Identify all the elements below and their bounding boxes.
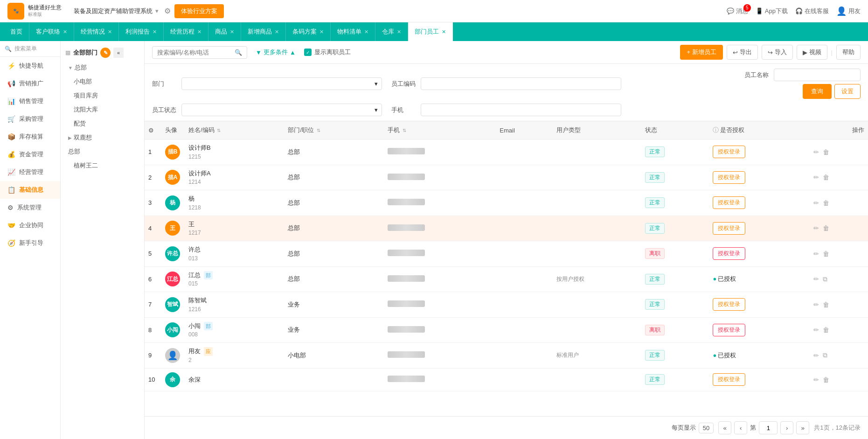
sidebar-item-guide[interactable]: 🧭新手引导 <box>0 234 60 252</box>
add-employee-btn[interactable]: + 新增员工 <box>680 45 722 60</box>
dept-item-shuanglu[interactable]: ▶双鹿想 <box>61 131 144 145</box>
th-name[interactable]: 姓名/编码 ⇅ <box>185 121 284 139</box>
show-resigned-toggle[interactable]: ✓ 显示离职员工 <box>304 48 351 56</box>
name-filter-input[interactable] <box>774 69 861 81</box>
main-layout: 🔍 搜索菜单 ⚡快捷导航 📢营销推广 📊销售管理 🛒采购管理 📦库存核算 💰资金… <box>0 41 868 439</box>
search-input[interactable] <box>157 49 232 56</box>
video-btn[interactable]: ▶ 视频 <box>797 45 827 60</box>
content-area: ⊞ 全部部门 ✎ « ▼总部 小电部 项目库房 沈阳大库 配货 ▶双鹿想 总部 … <box>61 41 868 439</box>
tab-barcode[interactable]: 条码方案 ✕ <box>286 22 331 41</box>
help-btn[interactable]: 帮助 <box>836 45 861 60</box>
authorize-btn[interactable]: 授权登录 <box>713 247 745 260</box>
edit-icon[interactable]: ✏ <box>813 352 819 359</box>
authorize-btn[interactable]: 授权登录 <box>713 222 745 235</box>
edit-icon[interactable]: ✏ <box>813 250 819 258</box>
dept-item-peihuo[interactable]: 配货 <box>61 117 144 131</box>
tab-history[interactable]: 经营历程 ✕ <box>164 22 208 41</box>
dept-edit-btn[interactable]: ✎ <box>100 48 111 58</box>
settings-icon[interactable]: ⚙ <box>164 7 171 15</box>
edit-icon[interactable]: ✏ <box>813 224 819 232</box>
edit-icon[interactable]: ✏ <box>813 148 819 156</box>
resigned-checkbox[interactable]: ✓ <box>304 49 312 56</box>
sidebar-item-sales[interactable]: 📊销售管理 <box>0 92 60 110</box>
copy-icon[interactable]: ⧉ <box>823 275 827 283</box>
edit-icon[interactable]: ✏ <box>813 199 819 207</box>
delete-icon[interactable]: 🗑 <box>823 376 829 383</box>
dept-item-xiaodianbu[interactable]: 小电部 <box>61 75 144 89</box>
next-page-btn[interactable]: › <box>780 421 793 434</box>
delete-icon[interactable]: 🗑 <box>823 224 829 232</box>
search-box[interactable]: 🔍 <box>152 46 247 59</box>
edit-icon[interactable]: ✏ <box>813 326 819 334</box>
delete-icon[interactable]: 🗑 <box>823 199 829 207</box>
dept-filter-select[interactable]: ▾ <box>181 77 382 90</box>
delete-icon[interactable]: 🗑 <box>823 250 829 258</box>
delete-icon[interactable]: 🗑 <box>823 148 829 156</box>
authorize-btn[interactable]: 授权登录 <box>713 324 745 336</box>
first-page-btn[interactable]: « <box>718 421 731 434</box>
sidebar-item-quicknav[interactable]: ⚡快捷导航 <box>0 57 60 75</box>
authorize-btn[interactable]: 授权登录 <box>713 298 745 311</box>
sidebar-item-system[interactable]: ⚙系统管理 <box>0 199 60 216</box>
per-page-value[interactable]: 50 <box>699 423 714 433</box>
sidebar-item-collab[interactable]: 🤝企业协同 <box>0 216 60 234</box>
edit-icon[interactable]: ✏ <box>813 376 819 383</box>
tab-goods[interactable]: 商品 ✕ <box>208 22 241 41</box>
export-btn[interactable]: ↩ 导出 <box>727 45 758 60</box>
experience-btn[interactable]: 体验行业方案 <box>174 4 224 18</box>
sidebar-item-basic[interactable]: 📋基础信息 <box>0 181 60 199</box>
tab-home[interactable]: 首页 <box>4 22 29 41</box>
authorize-btn[interactable]: 授权登录 <box>713 171 745 184</box>
tab-bom[interactable]: 物料清单 ✕ <box>331 22 375 41</box>
th-phone[interactable]: 手机 ⇅ <box>384 121 496 139</box>
sidebar-item-ops[interactable]: 📈经营管理 <box>0 163 60 181</box>
set-btn[interactable]: 设置 <box>834 84 861 99</box>
tab-warehouse[interactable]: 仓库 ✕ <box>375 22 408 41</box>
phone-filter-input[interactable] <box>421 104 621 116</box>
delete-icon[interactable]: 🗑 <box>823 326 829 334</box>
dept-item-zhishu[interactable]: 植树王二 <box>61 159 144 173</box>
tab-dept-staff[interactable]: 部门员工 ✕ <box>408 22 453 41</box>
delete-icon[interactable]: 🗑 <box>823 174 829 181</box>
tab-add-goods[interactable]: 新增商品 ✕ <box>241 22 286 41</box>
avatar: 余 <box>165 372 180 387</box>
more-filter-btn[interactable]: ▼ 更多条件 ▲ <box>252 46 299 59</box>
dept-collapse-btn[interactable]: « <box>113 48 124 58</box>
copy-icon[interactable]: ⧉ <box>823 351 827 359</box>
edit-icon[interactable]: ✏ <box>813 174 819 181</box>
query-btn[interactable]: 查询 <box>803 84 832 99</box>
prev-page-btn[interactable]: ‹ <box>734 421 747 434</box>
authorize-btn[interactable]: 授权登录 <box>713 373 745 386</box>
tab-customer[interactable]: 客户联络 ✕ <box>29 22 74 41</box>
dept-item-zongbu2[interactable]: 总部 <box>61 145 144 159</box>
authorize-btn[interactable]: 授权登录 <box>713 146 745 158</box>
page-input[interactable] <box>759 421 778 434</box>
th-settings[interactable]: ⚙ <box>145 121 161 139</box>
dept-item-shenyang[interactable]: 沈阳大库 <box>61 103 144 117</box>
app-download-btn[interactable]: 📱 App下载 <box>756 7 788 15</box>
user-menu[interactable]: 👤 用友 <box>836 6 861 16</box>
last-page-btn[interactable]: » <box>796 421 809 434</box>
sidebar-search[interactable]: 🔍 搜索菜单 <box>0 41 60 57</box>
authorize-btn[interactable]: 授权登录 <box>713 196 745 209</box>
delete-icon[interactable]: 🗑 <box>823 301 829 308</box>
sidebar-item-marketing[interactable]: 📢营销推广 <box>0 75 60 92</box>
avatar: 许总 <box>165 246 180 261</box>
status-filter-select[interactable]: ▾ <box>181 104 382 116</box>
dept-item-zongbu-root[interactable]: ▼总部 <box>61 61 144 75</box>
tab-operation[interactable]: 经营情况 ✕ <box>74 22 119 41</box>
th-dept[interactable]: 部门/职位 ⇅ <box>284 121 383 139</box>
edit-icon[interactable]: ✏ <box>813 275 819 283</box>
sidebar-item-inventory[interactable]: 📦库存核算 <box>0 128 60 146</box>
dept-item-project[interactable]: 项目库房 <box>61 89 144 103</box>
message-btn[interactable]: 💬 消息 5 <box>727 7 748 15</box>
tab-profit[interactable]: 利润报告 ✕ <box>119 22 164 41</box>
sidebar-item-finance[interactable]: 💰资金管理 <box>0 146 60 163</box>
import-btn[interactable]: ↪ 导入 <box>762 45 793 60</box>
sidebar-item-purchase[interactable]: 🛒采购管理 <box>0 110 60 128</box>
dropdown-arrow-icon[interactable]: ▾ <box>155 7 159 14</box>
online-support-btn[interactable]: 🎧 在线客服 <box>795 7 829 15</box>
code-filter-input[interactable] <box>421 77 621 90</box>
edit-icon[interactable]: ✏ <box>813 301 819 308</box>
row-ops: ✏ 🗑 <box>810 165 868 190</box>
